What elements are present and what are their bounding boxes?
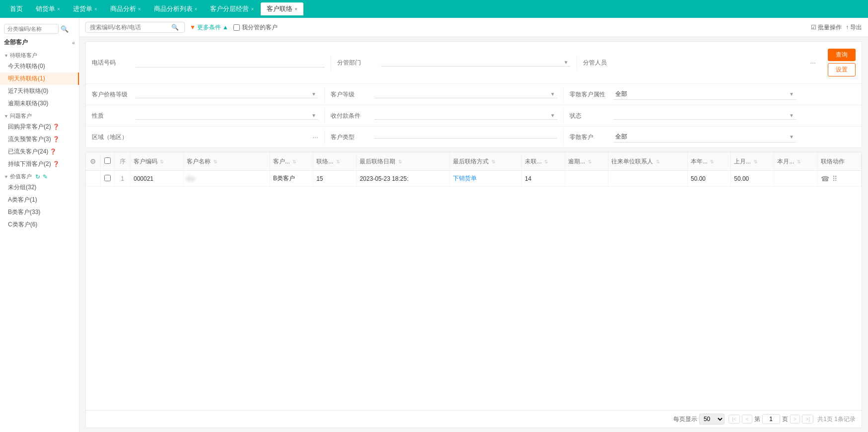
col-customer-type[interactable]: 客户... ⇅: [270, 152, 313, 171]
close-goods-list-icon[interactable]: ×: [195, 6, 198, 12]
payment-select[interactable]: ▼: [374, 112, 557, 120]
col-last-contact-date[interactable]: 最后联络日期 ⇅: [357, 152, 450, 171]
select-all-checkbox[interactable]: [104, 157, 111, 164]
manager-label: 分管人员: [583, 59, 623, 67]
contact-action-icon[interactable]: ☎: [821, 175, 829, 183]
sidebar-group-problem[interactable]: 问题客户: [0, 110, 79, 121]
nav-sales[interactable]: 销货单 ×: [30, 2, 66, 15]
col-settings: ⚙: [86, 152, 101, 171]
table-area: ⚙ 序 客户编码 ⇅: [85, 152, 862, 428]
sidebar-item-abnormal[interactable]: 回购异常客户(2) ❓: [0, 121, 79, 133]
total-records: 共1页 1条记录: [817, 415, 856, 424]
dept-select[interactable]: ▼: [381, 59, 570, 67]
filter-customer-type: 客户类型: [325, 133, 563, 142]
batch-ops-button[interactable]: ☑ 批量操作: [811, 23, 842, 32]
sidebar-item-overdue[interactable]: 逾期未联络(30): [0, 97, 79, 110]
nav-customer-contact[interactable]: 客户联络 ×: [261, 2, 303, 15]
retail-customer-select[interactable]: 全部 ▼: [613, 132, 796, 143]
per-page-select[interactable]: 50 100 200: [699, 414, 724, 425]
col-overdue[interactable]: 逾期... ⇅: [565, 152, 608, 171]
col-contact-count[interactable]: 联络... ⇅: [313, 152, 357, 171]
sidebar-item-class-a[interactable]: A类客户(1): [0, 194, 79, 206]
filter-panel: 电话号码 分管部门 ▼ 分管人员 ···: [85, 41, 862, 148]
status-select[interactable]: ▼: [613, 112, 796, 120]
nature-arrow-icon: ▼: [311, 113, 316, 118]
sidebar-item-tomorrow[interactable]: 明天待联络(1): [0, 72, 79, 85]
search-actions: ☑ 批量操作 ↑ 导出: [811, 23, 862, 32]
first-page-button[interactable]: |<: [728, 415, 740, 424]
sidebar-search-input[interactable]: [4, 24, 59, 34]
sidebar-all-customers[interactable]: 全部客户 «: [0, 36, 79, 49]
sort-code-icon: ⇅: [160, 159, 164, 164]
page-input[interactable]: [762, 414, 780, 424]
close-customer-contact-icon[interactable]: ×: [294, 6, 297, 12]
row-last-contact-date: 2023-05-23 18:25:: [357, 171, 450, 187]
table-scroll[interactable]: ⚙ 序 客户编码 ⇅: [86, 152, 862, 410]
sort-od-icon: ⇅: [588, 159, 592, 164]
phone-input[interactable]: [136, 58, 325, 68]
close-purchase-icon[interactable]: ×: [94, 6, 97, 12]
col-uncontacted[interactable]: 未联... ⇅: [521, 152, 565, 171]
close-customer-tier-icon[interactable]: ×: [251, 6, 254, 12]
row-overdue: [565, 171, 608, 187]
nav-purchase[interactable]: 进货单 ×: [67, 2, 103, 15]
last-page-button[interactable]: >|: [802, 415, 813, 424]
query-button[interactable]: 查询: [828, 49, 856, 61]
sidebar-item-warning[interactable]: 流失预警客户(3) ❓: [0, 133, 79, 145]
next-page-button[interactable]: >: [790, 415, 800, 424]
customer-value-select[interactable]: ▼: [136, 90, 318, 98]
close-sales-icon[interactable]: ×: [57, 6, 60, 12]
nav-home[interactable]: 首页: [4, 2, 29, 15]
my-customers-checkbox[interactable]: [233, 24, 240, 31]
retail-attr-select[interactable]: 全部 ▼: [613, 89, 796, 100]
more-conditions-button[interactable]: ▼ 更多条件 ▲: [190, 23, 228, 32]
manager-more-icon[interactable]: ···: [810, 59, 816, 67]
sidebar-item-class-c[interactable]: C类客户(6): [0, 218, 79, 231]
nav-goods-analysis[interactable]: 商品分析 ×: [104, 2, 147, 15]
table-settings-button[interactable]: ⚙: [89, 156, 97, 166]
col-name[interactable]: 客户名称 ⇅: [184, 152, 270, 171]
sidebar-search-area: 🔍: [0, 22, 79, 36]
sidebar-item-lost[interactable]: 已流失客户(24) ❓: [0, 145, 79, 158]
sidebar-item-today[interactable]: 今天待联络(0): [0, 60, 79, 72]
refresh-icon[interactable]: ↻: [35, 173, 40, 180]
col-code[interactable]: 客户编码 ⇅: [131, 152, 184, 171]
nav-customer-tier[interactable]: 客户分层经营 ×: [204, 2, 260, 15]
row-select-checkbox[interactable]: [104, 175, 111, 181]
page-unit: 页: [782, 415, 788, 424]
sidebar-group-pending[interactable]: 待联络客户: [0, 49, 79, 60]
settings-button[interactable]: 设置: [828, 63, 856, 76]
sidebar-search-icon[interactable]: 🔍: [61, 25, 69, 33]
last-contact-method-link[interactable]: 下销货单: [453, 175, 477, 182]
page-size-area: 每页显示 50 100 200: [673, 414, 724, 425]
close-goods-analysis-icon[interactable]: ×: [138, 6, 141, 12]
filter-dept: 分管部门 ▼: [331, 59, 576, 67]
sidebar-group-value[interactable]: 价值客户 ↻ ✎: [0, 170, 79, 181]
sidebar-item-week7[interactable]: 近7天待联络(0): [0, 85, 79, 97]
search-input[interactable]: [90, 24, 169, 31]
nav-goods-list[interactable]: 商品分析列表 ×: [148, 2, 204, 15]
nature-select[interactable]: ▼: [136, 112, 318, 120]
row-last-contact-method: 下销货单: [450, 171, 522, 187]
customer-type-select[interactable]: [374, 136, 557, 139]
col-year-amount[interactable]: 本年... ⇅: [687, 152, 730, 171]
col-this-month[interactable]: 本月... ⇅: [774, 152, 817, 171]
sidebar-item-ungrouped[interactable]: 未分组(32): [0, 181, 79, 194]
dept-arrow-icon: ▼: [564, 60, 569, 65]
region-more-icon[interactable]: ···: [312, 133, 318, 141]
edit-group-icon[interactable]: ✎: [43, 173, 48, 180]
customer-level-select[interactable]: ▼: [374, 90, 557, 98]
col-last-month[interactable]: 上月... ⇅: [731, 152, 774, 171]
sidebar-item-declining[interactable]: 持续下滑客户(2) ❓: [0, 158, 79, 170]
prev-page-button[interactable]: <: [742, 415, 752, 424]
sidebar-item-class-b[interactable]: B类客户(33): [0, 206, 79, 218]
search-bar-icon[interactable]: 🔍: [171, 24, 179, 31]
col-contact-person[interactable]: 往来单位联系人 ⇅: [608, 152, 688, 171]
export-button[interactable]: ↑ 导出: [846, 23, 862, 32]
cl-arrow-icon: ▼: [550, 91, 555, 97]
more-action-icon[interactable]: ⠿: [832, 175, 837, 183]
col-last-contact-method[interactable]: 最后联络方式 ⇅: [450, 152, 522, 171]
page-label: 第: [754, 415, 760, 424]
region-label: 区域（地区）: [92, 133, 132, 142]
help-icon: ❓: [53, 136, 60, 143]
